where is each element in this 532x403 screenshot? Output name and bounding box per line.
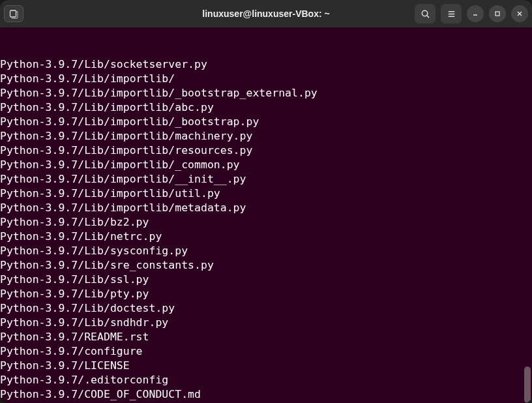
- maximize-icon: [494, 10, 501, 18]
- svg-rect-7: [495, 12, 499, 16]
- svg-line-2: [426, 15, 428, 17]
- terminal-content: Python-3.9.7/Lib/socketserver.pyPython-3…: [0, 29, 532, 403]
- terminal-line: Python-3.9.7/Lib/doctest.py: [0, 301, 532, 316]
- terminal-area[interactable]: Python-3.9.7/Lib/socketserver.pyPython-3…: [0, 27, 532, 403]
- maximize-button[interactable]: [489, 5, 506, 22]
- terminal-line: Python-3.9.7/Lib/sndhdr.py: [0, 316, 532, 330]
- terminal-line: Python-3.9.7/Lib/importlib/abc.py: [0, 100, 532, 115]
- svg-rect-0: [10, 10, 16, 17]
- close-icon: [516, 10, 524, 18]
- minimize-icon: [471, 10, 479, 18]
- terminal-line: Python-3.9.7/Lib/socketserver.py: [0, 57, 532, 72]
- terminal-line: Python-3.9.7/Lib/sysconfig.py: [0, 244, 532, 258]
- terminal-line: Python-3.9.7/README.rst: [0, 330, 532, 344]
- search-icon: [421, 9, 430, 19]
- terminal-line: Python-3.9.7/Lib/importlib/_bootstrap_ex…: [0, 86, 532, 100]
- terminal-line: Python-3.9.7/Lib/importlib/_bootstrap.py: [0, 115, 532, 129]
- terminal-line: Python-3.9.7/Lib/pty.py: [0, 287, 532, 301]
- terminal-line: Python-3.9.7/Lib/importlib/machinery.py: [0, 129, 532, 143]
- titlebar-right: [415, 4, 528, 23]
- terminal-line: Python-3.9.7/Lib/importlib/_common.py: [0, 158, 532, 172]
- new-tab-button[interactable]: [4, 5, 23, 22]
- svg-point-1: [422, 10, 427, 16]
- terminal-line: Python-3.9.7/Lib/importlib/: [0, 72, 532, 86]
- titlebar: linuxuser@linuxuser-VBox: ~: [0, 0, 532, 27]
- terminal-line: Python-3.9.7/Lib/sre_constants.py: [0, 258, 532, 273]
- terminal-line: Python-3.9.7/Lib/ssl.py: [0, 273, 532, 287]
- terminal-line: Python-3.9.7/LICENSE: [0, 359, 532, 373]
- new-tab-icon: [8, 8, 19, 19]
- window-title: linuxuser@linuxuser-VBox: ~: [202, 8, 329, 19]
- menu-button[interactable]: [441, 4, 462, 23]
- titlebar-left: [4, 5, 23, 22]
- terminal-line: Python-3.9.7/Lib/importlib/__init__.py: [0, 172, 532, 187]
- terminal-line: Python-3.9.7/.editorconfig: [0, 373, 532, 387]
- terminal-line: Python-3.9.7/configure: [0, 344, 532, 359]
- close-button[interactable]: [511, 5, 528, 22]
- terminal-line: Python-3.9.7/Lib/importlib/metadata.py: [0, 201, 532, 215]
- minimize-button[interactable]: [467, 5, 484, 22]
- terminal-line: Python-3.9.7/Lib/netrc.py: [0, 230, 532, 244]
- scrollbar-thumb[interactable]: [524, 366, 531, 403]
- terminal-line: Python-3.9.7/Lib/importlib/util.py: [0, 187, 532, 201]
- terminal-line: Python-3.9.7/Lib/bz2.py: [0, 215, 532, 230]
- hamburger-icon: [447, 9, 456, 19]
- terminal-line: Python-3.9.7/Lib/importlib/resources.py: [0, 143, 532, 158]
- search-button[interactable]: [415, 4, 436, 23]
- terminal-line: Python-3.9.7/CODE_OF_CONDUCT.md: [0, 387, 532, 402]
